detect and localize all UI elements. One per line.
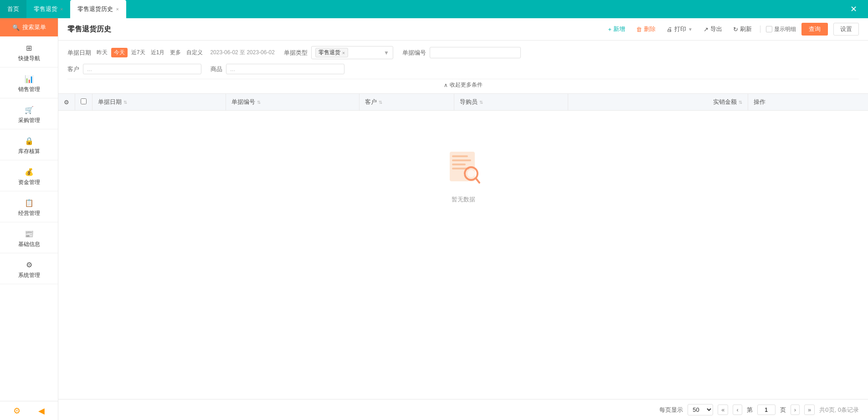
filter-row-1: 单据日期 昨天 今天 近7天 近1月 更多 自定义 2023-06-02 至 2…: [67, 46, 859, 59]
top-bar-right: ✕: [847, 4, 868, 14]
doc-type-tag-close[interactable]: ×: [342, 50, 345, 56]
sidebar-item-quick-nav-label: 快捷导航: [18, 55, 40, 62]
search-icon: 🔍: [12, 24, 20, 31]
sidebar-item-base-info[interactable]: 📰 基础信息: [0, 222, 58, 253]
doc-no-input[interactable]: [430, 47, 521, 58]
th-customer[interactable]: 客户 ⇅: [360, 94, 454, 111]
sidebar-item-finance-label: 资金管理: [18, 179, 40, 186]
date-btn-1month[interactable]: 近1月: [149, 48, 167, 57]
prev-page-button[interactable]: ‹: [733, 405, 742, 415]
tab-home[interactable]: 首页: [0, 0, 26, 18]
th-amount-label: 实销金额: [713, 98, 737, 106]
delete-button[interactable]: 🗑 删除: [633, 23, 658, 35]
sidebar-item-operations[interactable]: 📋 经营管理: [0, 191, 58, 222]
th-amount[interactable]: 实销金额 ⇅: [568, 94, 748, 111]
next-page-button[interactable]: ›: [791, 405, 800, 415]
delete-label: 删除: [644, 25, 656, 33]
export-button[interactable]: ↗ 导出: [701, 23, 725, 35]
tab-return[interactable]: 零售退货 ×: [26, 0, 70, 18]
collapse-bar[interactable]: ∧ 收起更多条件: [67, 79, 859, 90]
pagination-bar: 每页显示 20 50 100 « ‹ 第 页 › » 共0页, 0条记录: [58, 399, 868, 420]
th-doc-date-sort[interactable]: ⇅: [123, 100, 127, 105]
doc-type-select[interactable]: 零售退货 × ▼: [311, 46, 393, 59]
sidebar-search-label: 搜索菜单: [22, 23, 46, 31]
filter-row-2: 客户 ... 商品 ...: [67, 64, 859, 74]
page-title: 零售退货历史: [67, 25, 111, 34]
sidebar-item-sales-mgmt[interactable]: 📊 销售管理: [0, 67, 58, 98]
th-checkbox[interactable]: [75, 94, 92, 111]
sidebar-search[interactable]: 🔍 搜索菜单: [0, 18, 58, 36]
filter-doc-no: 单据编号: [402, 47, 521, 58]
collapse-label: 收起更多条件: [450, 81, 483, 89]
doc-type-dropdown-icon: ▼: [384, 50, 389, 56]
svg-point-6: [467, 170, 475, 177]
tab-return-history[interactable]: 零售退货历史 ×: [70, 0, 126, 18]
collapse-sidebar-icon[interactable]: ◀: [38, 406, 45, 416]
date-btn-custom[interactable]: 自定义: [185, 48, 205, 57]
th-amount-sort[interactable]: ⇅: [739, 100, 742, 105]
date-btn-yesterday[interactable]: 昨天: [95, 48, 109, 57]
tabs-container: 首页 零售退货 × 零售退货历史 ×: [0, 0, 847, 18]
new-button[interactable]: + 新增: [606, 23, 628, 35]
th-doc-date-label: 单据日期: [98, 98, 122, 106]
refresh-button[interactable]: ↻ 刷新: [730, 23, 755, 35]
date-buttons: 昨天 今天 近7天 近1月 更多 自定义: [95, 48, 205, 57]
th-setting[interactable]: ⚙: [58, 94, 75, 111]
th-doc-no-label: 单据编号: [231, 98, 255, 106]
first-page-button[interactable]: «: [718, 405, 728, 415]
tab-home-label: 首页: [7, 5, 19, 13]
top-bar: 首页 零售退货 × 零售退货历史 × ✕: [0, 0, 868, 18]
window-close-button[interactable]: ✕: [847, 4, 861, 14]
goods-select[interactable]: ...: [226, 64, 344, 74]
empty-text: 暂无数据: [452, 195, 475, 204]
customer-label: 客户: [67, 65, 79, 73]
tab-return-close[interactable]: ×: [60, 6, 63, 12]
date-btn-today[interactable]: 今天: [111, 48, 128, 57]
print-button[interactable]: 🖨 打印 ▼: [664, 23, 695, 35]
show-detail-label[interactable]: 显示明细: [766, 26, 796, 33]
page-input[interactable]: [757, 405, 776, 415]
select-all-checkbox[interactable]: [81, 98, 87, 104]
th-guide[interactable]: 导购员 ⇅: [454, 94, 568, 111]
sidebar-item-purchase-mgmt[interactable]: 🛒 采购管理: [0, 98, 58, 129]
svg-rect-3: [452, 164, 466, 165]
svg-rect-2: [452, 159, 471, 161]
settings-button[interactable]: 设置: [833, 23, 859, 36]
tab-return-history-label: 零售退货历史: [77, 5, 113, 13]
show-detail-checkbox[interactable]: [766, 26, 772, 32]
refresh-label: 刷新: [740, 25, 752, 33]
settings-bottom-icon[interactable]: ⚙: [13, 406, 21, 416]
svg-line-7: [476, 178, 479, 183]
sidebar-menu: ⊞ 快捷导航 📊 销售管理 🛒 采购管理 🔒 库存核算 💰 资金管理 📋: [0, 36, 58, 401]
new-label: 新增: [613, 25, 625, 33]
th-customer-sort[interactable]: ⇅: [379, 100, 382, 105]
sidebar-item-system[interactable]: ⚙ 系统管理: [0, 253, 58, 284]
query-button[interactable]: 查询: [801, 23, 828, 36]
sidebar-item-finance[interactable]: 💰 资金管理: [0, 160, 58, 191]
per-page-select[interactable]: 20 50 100: [688, 404, 713, 415]
th-doc-no-sort[interactable]: ⇅: [257, 100, 261, 105]
sidebar-item-quick-nav[interactable]: ⊞ 快捷导航: [0, 36, 58, 67]
export-icon: ↗: [704, 26, 709, 33]
date-range: 2023-06-02 至 2023-06-02: [210, 49, 274, 56]
table-setting-icon[interactable]: ⚙: [64, 99, 69, 106]
print-icon: 🖨: [667, 26, 673, 33]
new-icon: +: [608, 26, 612, 33]
date-btn-more[interactable]: 更多: [168, 48, 183, 57]
print-label: 打印: [674, 25, 686, 33]
th-doc-date[interactable]: 单据日期 ⇅: [92, 94, 226, 111]
th-doc-no[interactable]: 单据编号 ⇅: [226, 94, 360, 111]
table-container: ⚙ 单据日期 ⇅ 单据编号: [58, 94, 868, 399]
show-detail-text: 显示明细: [774, 26, 796, 33]
content-area: 零售退货历史 + 新增 🗑 删除 🖨 打印 ▼ ↗ 导出: [58, 18, 868, 420]
date-btn-7days[interactable]: 近7天: [129, 48, 147, 57]
delete-icon: 🗑: [636, 26, 642, 33]
th-guide-sort[interactable]: ⇅: [479, 100, 483, 105]
sidebar-item-inventory[interactable]: 🔒 库存核算: [0, 129, 58, 160]
last-page-button[interactable]: »: [804, 405, 815, 415]
customer-select[interactable]: ...: [83, 64, 201, 74]
goods-label: 商品: [211, 65, 222, 73]
collapse-icon: ∧: [444, 82, 448, 88]
th-action: 操作: [748, 94, 868, 111]
tab-return-history-close[interactable]: ×: [116, 6, 118, 12]
